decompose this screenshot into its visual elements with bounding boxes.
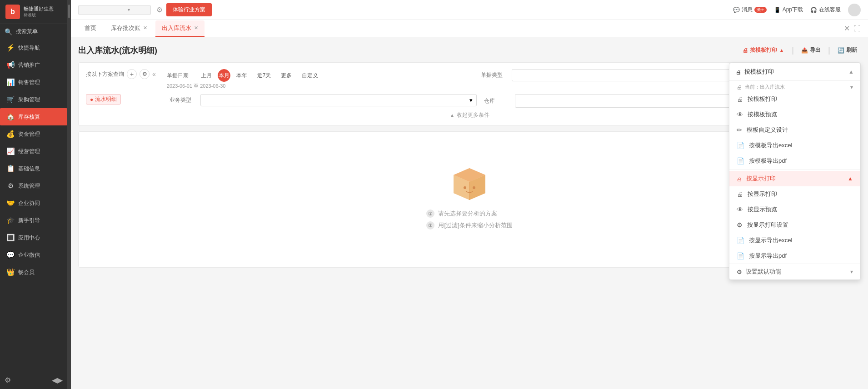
settings-icon[interactable]: ⚙ — [5, 376, 11, 384]
sidebar-item-wechat[interactable]: 💬 企业微信 — [0, 246, 67, 264]
filter-tag[interactable]: ● 流水明细 — [86, 94, 121, 105]
sidebar-item-app-center[interactable]: 🔳 应用中心 — [0, 229, 67, 246]
cooperation-icon: 🤝 — [6, 199, 15, 207]
message-action[interactable]: 💬 消息 99+ — [733, 6, 767, 14]
tab-home-label: 首页 — [85, 24, 96, 32]
date-filter: 上月 本月 本年 近7天 更多 自定义 — [197, 69, 323, 82]
sidebar-nav: ⚡ 快捷导航 📢 营销推广 📊 销售管理 🛒 采购管理 🏠 库存核算 💰 — [0, 39, 67, 371]
footer-arrow: ▾ — [850, 269, 853, 275]
date-btn-this-month[interactable]: 本月 — [218, 69, 230, 82]
step-num-2: ② — [426, 221, 434, 229]
inventory-icon: 🏠 — [6, 113, 15, 121]
sidebar-item-inventory[interactable]: 🏠 库存核算 — [0, 108, 67, 125]
sidebar-item-basic[interactable]: 📋 基础信息 — [0, 160, 67, 177]
sidebar-item-system[interactable]: ⚙ 系统管理 — [0, 177, 67, 194]
trial-btn[interactable]: 体验行业方案 — [166, 3, 212, 16]
sidebar-item-operation[interactable]: 📈 经营管理 — [0, 143, 67, 160]
header-search-wrap[interactable]: ▾ — [78, 5, 151, 15]
template-excel-icon: 📄 — [737, 142, 744, 149]
tab-inventory-batch-close[interactable]: ✕ — [143, 25, 147, 31]
collapse-btn[interactable]: ▲ 收起更多条件 — [449, 111, 489, 119]
tab-stock-flow-close[interactable]: ✕ — [194, 25, 198, 31]
dropdown-item-display-print[interactable]: 🖨 按显示打印 — [729, 186, 860, 202]
expand-window-icon[interactable]: ⛶ — [853, 25, 861, 33]
header-gear-icon[interactable]: ⚙ — [156, 5, 163, 14]
dropdown-item-template-pdf[interactable]: 📄 按模板导出pdf — [729, 153, 860, 169]
template-pdf-icon: 📄 — [737, 157, 744, 165]
sidebar-item-search[interactable]: 🔍 搜索菜单 — [0, 24, 67, 39]
date-btn-7days[interactable]: 近7天 — [253, 70, 275, 81]
header-right: 💬 消息 99+ 📱 App下载 🎧 在线客服 — [733, 4, 861, 16]
tab-home[interactable]: 首页 — [78, 20, 103, 37]
online-service-label: 在线客服 — [819, 6, 841, 14]
guide-icon: 🎓 — [6, 216, 15, 224]
date-btn-this-year[interactable]: 本年 — [232, 70, 251, 81]
dropdown-item-template-excel[interactable]: 📄 按模板导出excel — [729, 138, 860, 153]
dropdown-item-template-print[interactable]: 🖨 按模板打印 — [729, 91, 860, 107]
sidebar-operation-label: 经营管理 — [18, 148, 40, 155]
dropdown-item-display-pdf[interactable]: 📄 按显示导出pdf — [729, 248, 860, 264]
export-label: 导出 — [810, 46, 821, 54]
dropdown-item-display-settings[interactable]: ⚙ 按显示打印设置 — [729, 217, 860, 233]
page-content: 出入库流水(流水明细) 🖨 按模板打印 ▲ | 📤 导出 | 🔄 — [71, 37, 868, 389]
display-pdf-icon: 📄 — [737, 252, 744, 259]
template-preview-icon: 👁 — [737, 111, 743, 118]
date-filter-wrap: 单据日期 上月 本月 本年 近7天 更多 自定义 2023-06-01 至 20… — [167, 69, 474, 90]
close-window-icon[interactable]: ✕ — [844, 24, 850, 33]
dropdown-item-display-excel[interactable]: 📄 按显示导出excel — [729, 233, 860, 248]
date-btn-last-month[interactable]: 上月 — [197, 70, 216, 81]
sidebar-item-cooperation[interactable]: 🤝 企业协同 — [0, 194, 67, 212]
sidebar: b 畅捷通好生意 标准版 🔍 搜索菜单 ⚡ 快捷导航 📢 营销推广 📊 销售管理 — [0, 0, 67, 389]
current-arrow[interactable]: ▾ — [850, 84, 853, 90]
date-filter-label: 单据日期 — [167, 72, 194, 80]
export-btn[interactable]: 📤 导出 — [798, 45, 824, 56]
sidebar-item-sales[interactable]: 📊 销售管理 — [0, 74, 67, 91]
sidebar-quick-nav-label: 快捷导航 — [18, 44, 40, 52]
biz-type-select[interactable]: ▾ — [200, 94, 477, 106]
dropdown-item-template-design[interactable]: ✏ 模板自定义设计 — [729, 122, 860, 138]
sales-icon: 📊 — [6, 78, 15, 86]
app-download-action[interactable]: 📱 App下载 — [774, 6, 803, 14]
online-service-action[interactable]: 🎧 在线客服 — [810, 6, 841, 14]
sidebar-item-member[interactable]: 👑 畅会员 — [0, 264, 67, 281]
sidebar-item-quick-nav[interactable]: ⚡ 快捷导航 — [0, 39, 67, 56]
dropdown-item-display-preview[interactable]: 👁 按显示预览 — [729, 202, 860, 217]
filter-add-btn[interactable]: + — [127, 69, 137, 79]
print-btn[interactable]: 🖨 按模板打印 ▲ — [739, 45, 788, 56]
sidebar-item-finance[interactable]: 💰 资金管理 — [0, 125, 67, 143]
sidebar-item-guide[interactable]: 🎓 新手引导 — [0, 212, 67, 229]
sidebar-scrollbar[interactable] — [67, 0, 71, 389]
user-avatar[interactable] — [848, 4, 861, 16]
tag-icon: ● — [90, 96, 93, 103]
filter-gear-btn[interactable]: ⚙ — [140, 69, 150, 79]
template-excel-label: 按模板导出excel — [749, 141, 792, 150]
sidebar-guide-label: 新手引导 — [18, 217, 40, 224]
display-excel-label: 按显示导出excel — [749, 236, 792, 244]
refresh-label: 刷新 — [846, 46, 857, 54]
biz-type-label: 业务类型 — [170, 96, 197, 104]
sidebar-item-marketing[interactable]: 📢 营销推广 — [0, 56, 67, 74]
header-search-arrow[interactable]: ▾ — [128, 7, 130, 12]
sidebar-wechat-label: 企业微信 — [18, 251, 40, 259]
app-badge: 标准版 — [24, 12, 54, 18]
date-btn-more[interactable]: 更多 — [277, 70, 296, 81]
empty-steps: ① 请先选择要分析的方案 ② 用[过滤]条件来缩小分析范围 — [426, 209, 512, 229]
dropdown-collapse-arrow[interactable]: ▲ — [848, 69, 854, 75]
filter-controls: 按以下方案查询 + ⚙ « — [86, 69, 156, 79]
sidebar-item-purchase[interactable]: 🛒 采购管理 — [0, 91, 67, 108]
dropdown-item-template-preview[interactable]: 👁 按模板预览 — [729, 107, 860, 122]
display-print-section-header[interactable]: 🖨 按显示打印 ▲ — [729, 171, 860, 186]
tab-inventory-batch[interactable]: 库存批次账 ✕ — [105, 20, 154, 37]
refresh-btn[interactable]: 🔄 刷新 — [834, 45, 861, 56]
print-label: 按模板打印 — [750, 46, 777, 54]
header-search-input[interactable] — [82, 7, 128, 13]
collapse-sidebar-icon[interactable]: ◀▶ — [52, 376, 63, 384]
date-btn-custom[interactable]: 自定义 — [298, 70, 322, 81]
message-badge: 99+ — [754, 7, 767, 13]
tab-stock-flow[interactable]: 出入库流水 ✕ — [155, 20, 205, 37]
filter-collapse-btn[interactable]: « — [152, 70, 156, 78]
dropdown-title: 🖨 按模板打印 — [736, 68, 774, 76]
refresh-icon: 🔄 — [838, 47, 844, 54]
dropdown-footer[interactable]: ⚙ 设置默认功能 ▾ — [729, 264, 860, 279]
wechat-icon: 💬 — [6, 251, 15, 259]
